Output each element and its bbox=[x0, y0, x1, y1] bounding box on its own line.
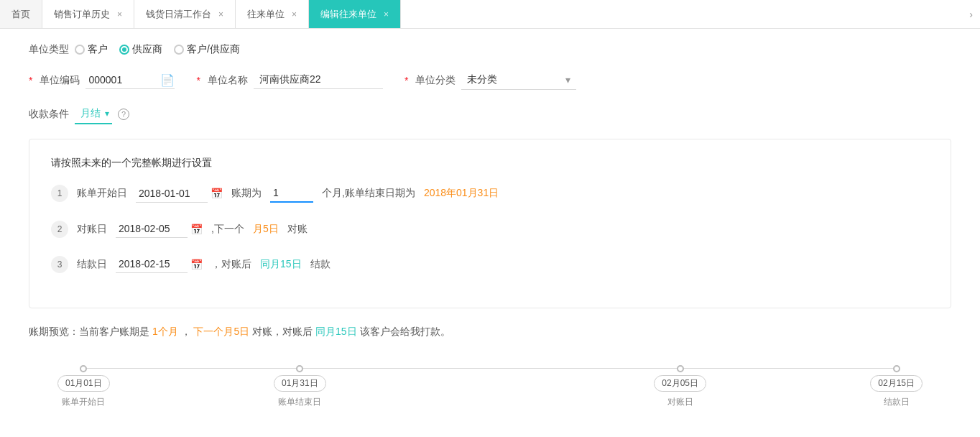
unit-info-row: * 单位编码 📄 * 单位名称 * 单位分类 未分类 ▾ bbox=[29, 70, 951, 90]
suffix-pre-3: ，对账后 bbox=[211, 258, 251, 271]
highlight-3: 同月15日 bbox=[260, 258, 302, 271]
radio-supplier-circle bbox=[119, 45, 129, 55]
payment-label: 收款条件 bbox=[29, 108, 69, 121]
unit-type-radio-group: 客户 供应商 客户/供应商 bbox=[75, 43, 240, 56]
unit-code-label: 单位编码 bbox=[40, 74, 80, 87]
unit-name-label: 单位名称 bbox=[208, 74, 248, 87]
timeline-point-3: 02月05日 对账日 bbox=[490, 365, 870, 408]
preview-part1: 1个月 bbox=[152, 326, 178, 337]
payment-row: 收款条件 月结 ▾ ? bbox=[29, 104, 951, 124]
tab-cash-work-close[interactable]: × bbox=[218, 9, 223, 19]
timeline-point-1: 01月01日 账单开始日 bbox=[57, 365, 110, 408]
timeline-label-2: 账单结束日 bbox=[278, 396, 321, 408]
timeline-date-1: 01月01日 bbox=[57, 375, 110, 392]
timeline-point-4: 02月15日 结款日 bbox=[870, 365, 923, 408]
suffix-end-2: 对账 bbox=[287, 223, 308, 236]
card-title: 请按照未来的一个完整帐期进行设置 bbox=[51, 157, 929, 170]
radio-customer[interactable]: 客户 bbox=[75, 43, 108, 56]
payment-select[interactable]: 月结 ▾ bbox=[75, 104, 112, 124]
timeline: 01月01日 账单开始日 01月31日 账单结束日 02月05日 对账日 02月… bbox=[57, 358, 923, 408]
timeline-label-3: 对账日 bbox=[667, 396, 693, 408]
tab-sales-history[interactable]: 销售订单历史 × bbox=[42, 0, 134, 28]
main-content: 单位类型 客户 供应商 客户/供应商 bbox=[0, 29, 980, 437]
timeline-label-1: 账单开始日 bbox=[62, 396, 105, 408]
radio-supplier[interactable]: 供应商 bbox=[119, 43, 162, 56]
cal-icon-3[interactable]: 📅 bbox=[190, 259, 203, 270]
timeline-date-3: 02月05日 bbox=[654, 375, 706, 392]
timeline-dot-4 bbox=[893, 365, 900, 372]
unit-class-select[interactable]: 未分类 ▾ bbox=[461, 70, 576, 90]
setting-label-1: 账单开始日 bbox=[77, 187, 127, 200]
unit-class-dropdown-icon: ▾ bbox=[565, 74, 570, 86]
timeline-date-2: 01月31日 bbox=[274, 375, 326, 392]
chevron-right-icon: › bbox=[969, 9, 973, 20]
unit-code-icon[interactable]: 📄 bbox=[160, 73, 175, 87]
setting-label-3: 结款日 bbox=[77, 258, 107, 271]
date-highlight-1: 2018年01月31日 bbox=[424, 187, 499, 200]
tab-home[interactable]: 首页 bbox=[0, 0, 42, 28]
tab-partner-close[interactable]: × bbox=[292, 9, 297, 19]
preview-text: 账期预览：当前客户账期是 1个月 ， 下一个月5日 对账，对账后 同月15日 该… bbox=[29, 323, 951, 341]
date-input-1[interactable] bbox=[136, 185, 208, 203]
unit-class-label: 单位分类 bbox=[415, 74, 456, 87]
radio-supplier-dot bbox=[122, 47, 126, 52]
date-input-3[interactable] bbox=[116, 255, 188, 273]
timeline-point-2: 01月31日 账单结束日 bbox=[110, 365, 490, 408]
date-wrap-1: 📅 bbox=[136, 185, 223, 203]
tab-sales-history-close[interactable]: × bbox=[117, 9, 122, 19]
tab-bar: 首页 销售订单历史 × 钱货日清工作台 × 往来单位 × 编辑往来单位 × › bbox=[0, 0, 980, 29]
date-wrap-3: 📅 bbox=[116, 255, 203, 273]
timeline-dot-2 bbox=[296, 365, 303, 372]
setting-row-3: 3 结款日 📅 ，对账后 同月15日 结款 bbox=[51, 255, 929, 273]
timeline-dot-1 bbox=[80, 365, 87, 372]
timeline-label-4: 结款日 bbox=[884, 396, 910, 408]
unit-type-group: 单位类型 客户 供应商 客户/供应商 bbox=[29, 43, 240, 56]
preview-part3: 同月15日 bbox=[315, 326, 357, 337]
unit-name-group: * 单位名称 bbox=[196, 71, 382, 89]
radio-customer-circle bbox=[75, 45, 85, 55]
suffix-end-3: 结款 bbox=[310, 258, 330, 271]
unit-code-input-wrap: 📄 bbox=[85, 71, 175, 89]
tab-more-button[interactable]: › bbox=[962, 0, 980, 28]
timeline-dot-3 bbox=[677, 365, 684, 372]
settings-card: 请按照未来的一个完整帐期进行设置 1 账单开始日 📅 账期为 个月,账单结束日期… bbox=[29, 139, 951, 308]
tab-edit-partner-close[interactable]: × bbox=[384, 9, 389, 19]
date-input-2[interactable] bbox=[116, 220, 188, 238]
unit-code-input[interactable] bbox=[85, 71, 157, 88]
suffix-post-1: 个月,账单结束日期为 bbox=[322, 187, 415, 200]
setting-row-2: 2 对账日 📅 ,下一个 月5日 对账 bbox=[51, 220, 929, 238]
date-wrap-2: 📅 bbox=[116, 220, 203, 238]
row-num-1: 1 bbox=[51, 185, 68, 202]
payment-group: 收款条件 月结 ▾ ? bbox=[29, 104, 129, 124]
row-num-3: 3 bbox=[51, 256, 68, 273]
timeline-container: 01月01日 账单开始日 01月31日 账单结束日 02月05日 对账日 02月… bbox=[29, 358, 951, 408]
payment-value: 月结 bbox=[80, 107, 101, 120]
unit-type-row: 单位类型 客户 供应商 客户/供应商 bbox=[29, 43, 951, 56]
row-num-2: 2 bbox=[51, 221, 68, 238]
preview-part2: 下一个月5日 bbox=[193, 326, 249, 337]
highlight-mid-2: 月5日 bbox=[253, 223, 279, 236]
payment-dropdown-icon: ▾ bbox=[105, 109, 109, 119]
tab-partner[interactable]: 往来单位 × bbox=[236, 0, 309, 28]
tab-edit-partner[interactable]: 编辑往来单位 × bbox=[309, 0, 401, 28]
timeline-date-4: 02月15日 bbox=[870, 375, 923, 392]
radio-both[interactable]: 客户/供应商 bbox=[174, 43, 240, 56]
unit-type-label: 单位类型 bbox=[29, 43, 69, 56]
unit-name-input[interactable] bbox=[254, 71, 383, 89]
suffix-pre-1: 账期为 bbox=[231, 187, 262, 200]
tab-cash-work[interactable]: 钱货日清工作台 × bbox=[134, 0, 236, 28]
month-input[interactable] bbox=[270, 184, 313, 203]
unit-code-group: * 单位编码 📄 bbox=[29, 71, 175, 89]
setting-row-1: 1 账单开始日 📅 账期为 个月,账单结束日期为 2018年01月31日 bbox=[51, 184, 929, 203]
help-icon[interactable]: ? bbox=[118, 109, 129, 120]
radio-both-circle bbox=[174, 45, 184, 55]
setting-label-2: 对账日 bbox=[77, 223, 107, 236]
unit-class-group: * 单位分类 未分类 ▾ bbox=[405, 70, 576, 90]
suffix-mid-2: ,下一个 bbox=[211, 223, 244, 236]
cal-icon-2[interactable]: 📅 bbox=[190, 224, 203, 235]
cal-icon-1[interactable]: 📅 bbox=[211, 188, 223, 199]
